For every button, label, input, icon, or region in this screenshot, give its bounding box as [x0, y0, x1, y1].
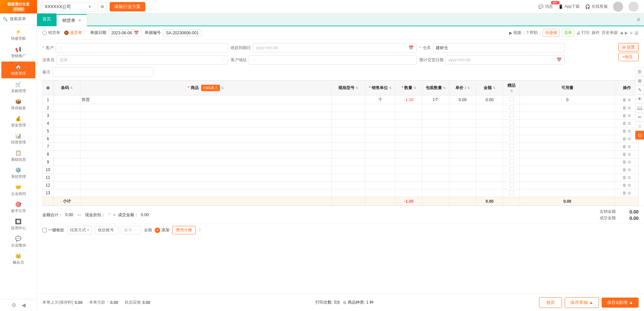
sidebar-item-inventory[interactable]: 📦 库存核算: [0, 96, 37, 113]
operate-btn[interactable]: 操作: [592, 30, 600, 36]
th-settings[interactable]: ⚙: [43, 81, 53, 95]
sidebar-item-wechat[interactable]: 💬 企业微信: [0, 233, 37, 250]
main-close-icon[interactable]: ✕: [636, 16, 641, 23]
method-select[interactable]: 结算方式 ▾: [67, 226, 92, 234]
th-qty-sort[interactable]: ⇅: [413, 86, 416, 90]
one-key-payment-check[interactable]: 一键收款: [42, 227, 64, 233]
settings-btn[interactable]: ⚙ 设置: [618, 43, 639, 51]
th-unit-sort[interactable]: ⇅: [389, 86, 391, 90]
row1-barcode[interactable]: [53, 95, 80, 104]
sidebar-item-app-center[interactable]: 🔲 应用中心: [0, 216, 37, 233]
avatar-btn[interactable]: [629, 2, 639, 12]
settings-gear-btn[interactable]: ⚙: [98, 2, 107, 11]
expense-btn[interactable]: 费用分摊: [172, 226, 196, 234]
sidebar-item-system[interactable]: ⚙️ 系统管理: [0, 165, 37, 182]
right-book-btn[interactable]: 📖: [635, 104, 644, 112]
abandon-btn[interactable]: 放弃: [539, 297, 562, 308]
sidebar-settings-btn[interactable]: ⚙: [11, 302, 16, 308]
tab-sales-order[interactable]: 销货单 ✕: [56, 14, 87, 26]
warehouse-input[interactable]: 建材仓 ···: [433, 43, 565, 52]
avatar[interactable]: [613, 2, 623, 12]
row-delete-icon[interactable]: 🗑: [622, 106, 627, 110]
right-edit-btn[interactable]: ✎: [635, 85, 644, 94]
history-btn[interactable]: 历史单据: [602, 30, 618, 36]
th-gift-sort[interactable]: ⇅: [510, 89, 513, 93]
sidebar-collapse-btn[interactable]: ◀: [22, 302, 26, 308]
th-spec-sort[interactable]: ⇅: [355, 86, 358, 90]
sidebar-item-guide[interactable]: 🎯 新手引导: [0, 199, 37, 216]
sidebar-item-enterprise[interactable]: 🤝 企业协同: [0, 182, 37, 199]
own-count-info[interactable]: ?: [107, 300, 109, 305]
row1-qty[interactable]: -1.00: [395, 95, 422, 104]
right-orange-action-btn[interactable]: ⊡: [635, 131, 644, 140]
customer-addr-input[interactable]: ···: [249, 55, 416, 65]
right-eye-btn[interactable]: 👁: [635, 94, 644, 103]
row1-spec[interactable]: [332, 95, 365, 104]
th-price-sort[interactable]: ⇅: [467, 86, 470, 90]
sidebar-item-marketing[interactable]: 📢 营销推广: [0, 44, 37, 61]
next-btn[interactable]: ▶: [625, 31, 628, 35]
sidebar-item-capital[interactable]: 💰 资金管理: [0, 113, 37, 130]
sidebar-search[interactable]: 🔍 搜索菜单: [0, 13, 37, 25]
save-new-btn[interactable]: 保存&新增 ▲: [602, 298, 639, 308]
right-star-btn[interactable]: ☆: [635, 122, 644, 130]
row1-copy-icon[interactable]: ⧉: [628, 98, 631, 102]
sidebar-item-operation[interactable]: 📊 经营管理: [0, 130, 37, 147]
discount-info-icon[interactable]: ?: [108, 212, 110, 217]
sidebar-item-purchase[interactable]: 🛒 采购管理: [0, 79, 37, 96]
th-barcode-sort[interactable]: ⇅: [70, 86, 73, 90]
shortcut-btn[interactable]: 快捷键: [543, 29, 560, 37]
note-input[interactable]: [52, 67, 153, 77]
save-draft-btn[interactable]: 保存草稿 ▲: [565, 297, 599, 308]
video-btn[interactable]: ▶ 视频: [509, 30, 521, 36]
radio-return-input[interactable]: [64, 31, 69, 35]
tab-close-icon[interactable]: ✕: [78, 18, 81, 23]
notice-btn[interactable]: 💬 消息 99+: [538, 4, 553, 9]
row1-delete-icon[interactable]: 🗑: [622, 98, 627, 102]
row-copy-icon[interactable]: ⧉: [628, 106, 631, 110]
row1-amount[interactable]: 0.00: [476, 95, 503, 104]
number-value[interactable]: SA-20230606-001: [163, 29, 201, 37]
right-grid-view-btn[interactable]: ⊞: [635, 76, 644, 85]
scan-btn[interactable]: 扫码录入: [201, 85, 220, 91]
sidebar-item-base-info[interactable]: 📋 基础信息: [0, 148, 37, 164]
due-date-input[interactable]: yyyy-mm-dd 📅: [253, 43, 416, 52]
prev-btn[interactable]: ◀: [620, 31, 623, 35]
list-view-btn[interactable]: ≡: [630, 30, 633, 36]
trial-btn[interactable]: 体验行业方案: [110, 2, 145, 11]
right-pencil-btn[interactable]: ✏: [635, 113, 644, 121]
account-number-input[interactable]: 账号 ···: [121, 226, 141, 234]
print-btn[interactable]: 🖨 打印: [576, 30, 590, 36]
payment-help-icon[interactable]: ?: [198, 228, 201, 233]
salesman-input[interactable]: 选择... ···: [56, 55, 228, 65]
sidebar-item-member[interactable]: 👑 畅会员: [0, 250, 37, 267]
th-product-sort[interactable]: ⇅: [221, 86, 224, 90]
account-select[interactable]: 收款账号: [95, 226, 118, 234]
radio-sales[interactable]: 销货单: [42, 30, 60, 36]
customer-input[interactable]: ···: [56, 43, 228, 52]
row1-gift[interactable]: [503, 95, 520, 104]
company-selector[interactable]: XXXXXX公司 ▾: [41, 2, 95, 11]
sidebar-item-sales[interactable]: 🏠 销售管理: [1, 62, 35, 78]
select-btn[interactable]: 选单: [562, 29, 574, 37]
grid-view-btn[interactable]: ⊞: [635, 30, 639, 36]
help-btn[interactable]: ? 帮助: [526, 30, 538, 36]
price-info-icon[interactable]: ℹ: [465, 86, 466, 90]
tab-home[interactable]: 首页: [37, 13, 56, 26]
row1-pkg-qty[interactable]: 1个: [422, 95, 449, 104]
logistics-btn[interactable]: +物流: [618, 53, 639, 61]
sidebar-item-quick-nav[interactable]: ⚡ 快捷导航: [0, 27, 37, 43]
expected-date-input[interactable]: yyyy-mm-dd 📅: [446, 55, 565, 65]
one-key-checkbox[interactable]: [42, 228, 47, 232]
row1-unit[interactable]: 个: [365, 95, 395, 104]
radio-return[interactable]: 退货单: [64, 30, 82, 36]
app-download-btn[interactable]: 📱 App下载: [558, 4, 580, 9]
date-picker[interactable]: 2023-06-06 📅: [108, 29, 142, 37]
right-table-view-btn[interactable]: ☰: [635, 67, 644, 76]
row1-price[interactable]: 0.00: [449, 95, 476, 104]
th-amount-sort[interactable]: ⇅: [493, 86, 495, 90]
service-btn[interactable]: 🎧 在线客服: [585, 4, 608, 9]
radio-sales-input[interactable]: [42, 31, 47, 35]
add-payment-btn[interactable]: + 添加: [155, 227, 169, 233]
row1-product[interactable]: 拆货: [80, 95, 332, 104]
